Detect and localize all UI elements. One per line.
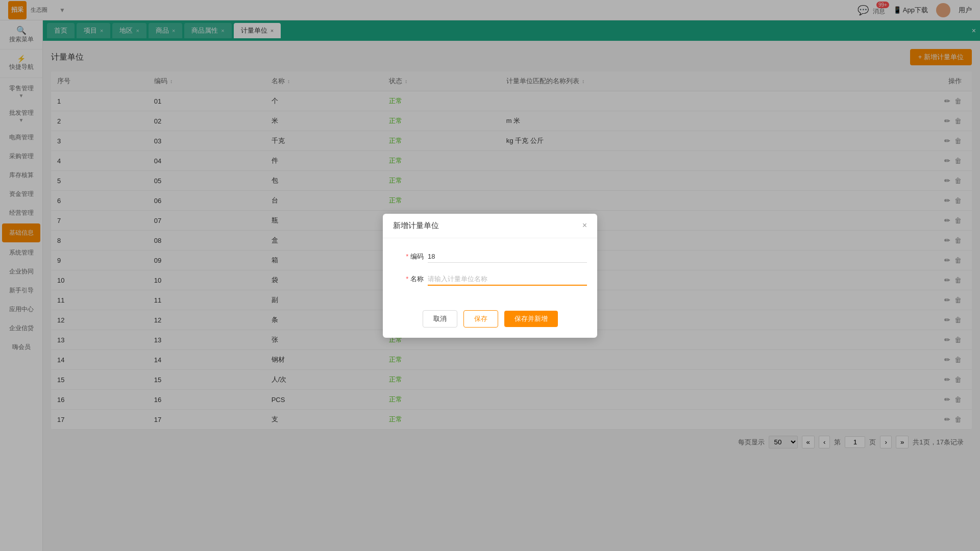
add-unit-modal: 新增计量单位 × * 编码 * 名称 取消 保存 保存并新增 xyxy=(383,214,597,338)
form-row-name: * 名称 xyxy=(393,273,587,286)
modal-header: 新增计量单位 × xyxy=(383,214,597,238)
code-input[interactable] xyxy=(428,251,587,263)
modal-close-button[interactable]: × xyxy=(582,221,587,230)
modal-body: * 编码 * 名称 xyxy=(383,238,597,304)
modal-overlay: 新增计量单位 × * 编码 * 名称 取消 保存 保存并新增 xyxy=(0,0,980,551)
save-button[interactable]: 保存 xyxy=(463,310,498,328)
form-row-code: * 编码 xyxy=(393,251,587,263)
cancel-button[interactable]: 取消 xyxy=(423,310,457,328)
modal-footer: 取消 保存 保存并新增 xyxy=(383,304,597,338)
name-input[interactable] xyxy=(428,273,587,286)
name-label: * 名称 xyxy=(393,274,424,284)
modal-title: 新增计量单位 xyxy=(393,221,439,231)
save-and-new-button[interactable]: 保存并新增 xyxy=(504,311,558,327)
code-label: * 编码 xyxy=(393,252,424,261)
